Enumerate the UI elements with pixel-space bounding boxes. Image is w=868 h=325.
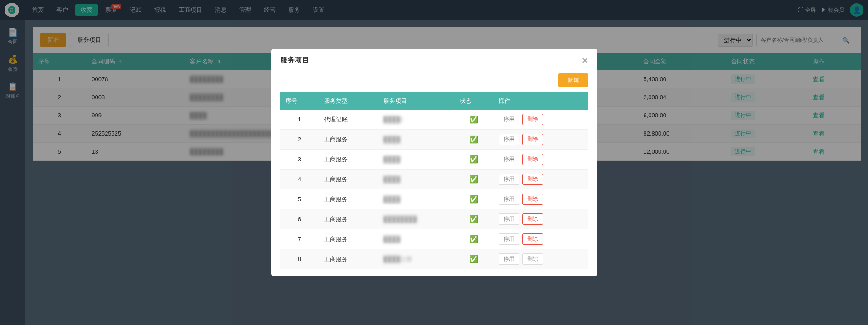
modal-table-row: 3 工商服务 ████ ✅ 停用 删除 [280,150,588,170]
modal-cell-status: ✅ [454,189,493,209]
stop-button[interactable]: 停用 [499,233,519,245]
modal-cell-seq: 8 [280,249,319,269]
modal-cell-type: 工商服务 [319,130,378,150]
status-check-icon: ✅ [469,155,478,163]
status-check-icon: ✅ [469,235,478,243]
modal-cell-type: 工商服务 [319,249,378,269]
modal-cell-type: 工商服务 [319,209,378,229]
modal-overlay[interactable]: 服务项目 ✕ 新建 序号 服务类型 服务项目 状态 [25,20,868,325]
modal-cell-actions: 停用 删除 [493,249,588,269]
modal-cell-seq: 2 [280,130,319,150]
modal-toolbar: 新建 [271,70,597,92]
modal-col-type: 服务类型 [319,92,378,110]
modal-cell-seq: 4 [280,170,319,189]
modal-table-row: 7 工商服务 ████ ✅ 停用 删除 [280,229,588,249]
modal-cell-seq: 5 [280,189,319,209]
delete-button[interactable]: 删除 [522,194,543,205]
modal-cell-actions: 停用 删除 [493,150,588,170]
modal-body: 序号 服务类型 服务项目 状态 操作 1 代理记账 ████1 ✅ [271,92,597,276]
delete-button-disabled[interactable]: 删除 [522,253,543,265]
content-area: 新增 服务项目 进行中 已结束 全部 🔍 [25,20,868,325]
modal-cell-item: ████ [378,189,454,209]
modal-cell-actions: 停用 删除 [493,170,588,189]
status-check-icon: ✅ [469,255,478,263]
modal-cell-actions: 停用 删除 [493,229,588,249]
stop-button[interactable]: 停用 [499,194,519,205]
modal-table-row: 8 工商服务 ████注册 ✅ 停用 删除 [280,249,588,269]
modal-cell-status: ✅ [454,170,493,189]
delete-button[interactable]: 删除 [522,213,543,225]
modal-cell-type: 工商服务 [319,150,378,170]
modal-cell-item: ████ [378,150,454,170]
modal-cell-status: ✅ [454,150,493,170]
status-check-icon: ✅ [469,175,478,183]
modal-cell-type: 工商服务 [319,189,378,209]
service-modal: 服务项目 ✕ 新建 序号 服务类型 服务项目 状态 [271,49,597,276]
modal-cell-status: ✅ [454,209,493,229]
modal-col-action: 操作 [493,92,588,110]
modal-cell-actions: 停用 删除 [493,189,588,209]
modal-new-button[interactable]: 新建 [558,73,588,87]
stop-button[interactable]: 停用 [499,114,519,125]
modal-cell-item: ████1 [378,110,454,130]
modal-cell-seq: 3 [280,150,319,170]
delete-button[interactable]: 删除 [522,233,543,245]
delete-button[interactable]: 删除 [522,154,543,165]
stop-button[interactable]: 停用 [499,134,519,145]
modal-cell-status: ✅ [454,249,493,269]
modal-title: 服务项目 [280,56,309,65]
modal-cell-type: 代理记账 [319,110,378,130]
delete-button[interactable]: 删除 [522,114,543,125]
modal-table-row: 6 工商服务 ████████ ✅ 停用 删除 [280,209,588,229]
modal-cell-actions: 停用 删除 [493,209,588,229]
modal-cell-type: 工商服务 [319,229,378,249]
modal-cell-seq: 1 [280,110,319,130]
modal-table-row: 5 工商服务 ████ ✅ 停用 删除 [280,189,588,209]
modal-cell-status: ✅ [454,110,493,130]
modal-col-seq: 序号 [280,92,319,110]
modal-cell-status: ✅ [454,130,493,150]
stop-button[interactable]: 停用 [499,253,519,265]
modal-table-row: 2 工商服务 ████ ✅ 停用 删除 [280,130,588,150]
modal-close-button[interactable]: ✕ [582,57,588,65]
stop-button[interactable]: 停用 [499,174,519,185]
modal-cell-item: ████ [378,229,454,249]
modal-cell-item: ████注册 [378,249,454,269]
status-check-icon: ✅ [469,195,478,203]
stop-button[interactable]: 停用 [499,154,519,165]
status-check-icon: ✅ [469,136,478,143]
modal-cell-seq: 7 [280,229,319,249]
status-check-icon: ✅ [469,116,478,123]
modal-col-item: 服务项目 [378,92,454,110]
modal-cell-seq: 6 [280,209,319,229]
modal-cell-type: 工商服务 [319,170,378,189]
modal-cell-actions: 停用 删除 [493,110,588,130]
service-table: 序号 服务类型 服务项目 状态 操作 1 代理记账 ████1 ✅ [280,92,588,269]
modal-cell-actions: 停用 删除 [493,130,588,150]
status-check-icon: ✅ [469,215,478,223]
delete-button[interactable]: 删除 [522,134,543,145]
modal-cell-item: ████████ [378,209,454,229]
modal-cell-item: ████ [378,130,454,150]
modal-cell-status: ✅ [454,229,493,249]
modal-table-row: 1 代理记账 ████1 ✅ 停用 删除 [280,110,588,130]
modal-table-row: 4 工商服务 ████ ✅ 停用 删除 [280,170,588,189]
modal-cell-item: ████ [378,170,454,189]
stop-button[interactable]: 停用 [499,213,519,225]
modal-col-status: 状态 [454,92,493,110]
modal-header: 服务项目 ✕ [271,49,597,70]
main-layout: 📄 合同 💰 收费 📋 对账单 新增 服务项目 进行中 已结束 全部 [0,20,868,325]
delete-button[interactable]: 删除 [522,174,543,185]
